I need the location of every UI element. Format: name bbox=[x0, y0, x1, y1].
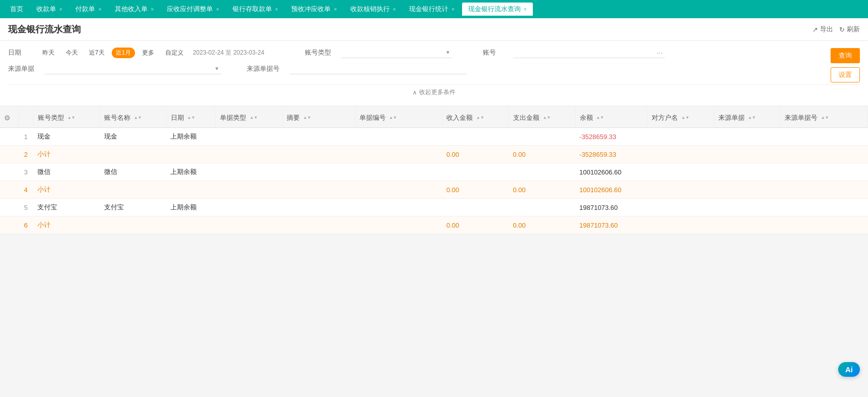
nav-bank-deposit-close[interactable]: × bbox=[275, 6, 278, 12]
row-balance-5: 19871073.60 bbox=[575, 216, 648, 234]
refresh-icon: ↻ bbox=[839, 26, 845, 33]
date-yesterday[interactable]: 昨天 bbox=[38, 48, 59, 58]
col-doc-no-sort[interactable]: ▲▼ bbox=[389, 116, 397, 120]
nav-home[interactable]: 首页 bbox=[4, 3, 29, 16]
col-income-sort[interactable]: ▲▼ bbox=[476, 116, 484, 120]
nav-collection-exec-close[interactable]: × bbox=[393, 6, 396, 12]
nav-other-income[interactable]: 其他收入单 × bbox=[109, 3, 160, 16]
table-row: 5 支付宝 支付宝 上期余额 19871073.60 bbox=[0, 199, 868, 216]
row-summary-1 bbox=[283, 146, 355, 163]
col-date[interactable]: 日期 ▲▼ bbox=[166, 108, 216, 128]
nav-cash-bank-stats-close[interactable]: × bbox=[451, 6, 454, 12]
settings-button[interactable]: 设置 bbox=[831, 67, 860, 82]
account-input[interactable] bbox=[513, 47, 665, 58]
col-doc-type-sort[interactable]: ▲▼ bbox=[250, 116, 258, 120]
column-settings-icon[interactable]: ⚙ bbox=[4, 114, 11, 122]
row-account-name-5 bbox=[100, 216, 167, 234]
date-more[interactable]: 更多 bbox=[138, 48, 158, 58]
row-account-name-4: 支付宝 bbox=[100, 199, 167, 216]
row-income-0 bbox=[442, 128, 509, 146]
nav-receipt[interactable]: 收款单 × bbox=[30, 3, 68, 16]
header-actions: ↗ 导出 ↻ 刷新 bbox=[812, 25, 860, 34]
col-source-doc-no[interactable]: 来源单据号 ▲▼ bbox=[781, 108, 868, 128]
col-source-doc-sort[interactable]: ▲▼ bbox=[748, 116, 756, 120]
collapse-button[interactable]: ∧ 收起更多条件 bbox=[8, 84, 860, 100]
source-doc-no-input[interactable] bbox=[290, 63, 467, 74]
row-income-5: 0.00 bbox=[442, 216, 509, 234]
col-balance-sort[interactable]: ▲▼ bbox=[596, 116, 604, 120]
row-num-1: 2 bbox=[18, 146, 33, 163]
date-range-display: 2023-02-24 至 2023-03-24 bbox=[193, 49, 264, 57]
source-doc-select-wrapper[interactable]: ▼ bbox=[44, 63, 221, 74]
row-source-doc-1 bbox=[714, 146, 781, 163]
col-doc-no[interactable]: 单据编号 ▲▼ bbox=[355, 108, 442, 128]
col-counterparty-sort[interactable]: ▲▼ bbox=[681, 116, 690, 120]
col-source-doc-no-sort[interactable]: ▲▼ bbox=[821, 116, 829, 120]
col-account-name-sort[interactable]: ▲▼ bbox=[134, 116, 142, 120]
account-type-input[interactable] bbox=[341, 47, 452, 58]
row-summary-3 bbox=[283, 181, 355, 199]
nav-payment-close[interactable]: × bbox=[98, 6, 101, 12]
col-income[interactable]: 收入金额 ▲▼ bbox=[442, 108, 509, 128]
row-doc-type-4 bbox=[216, 199, 283, 216]
col-counterparty[interactable]: 对方户名 ▲▼ bbox=[648, 108, 714, 128]
source-doc-no-wrapper[interactable] bbox=[290, 63, 467, 74]
nav-cash-bank-stats[interactable]: 现金银行统计 × bbox=[403, 3, 461, 16]
row-income-4 bbox=[442, 199, 509, 216]
row-settings-0 bbox=[0, 128, 18, 146]
row-account-name-3 bbox=[100, 181, 167, 199]
filter-left: 日期 昨天 今天 近7天 近1月 更多 自定义 2023-02-24 至 202… bbox=[8, 47, 823, 74]
date-custom[interactable]: 自定义 bbox=[161, 48, 188, 58]
nav-cash-bank-flow[interactable]: 现金银行流水查询 × bbox=[462, 3, 533, 16]
row-doc-type-1 bbox=[216, 146, 283, 163]
row-num-3: 4 bbox=[18, 181, 33, 199]
col-source-doc[interactable]: 来源单据 ▲▼ bbox=[714, 108, 781, 128]
account-more-icon[interactable]: ··· bbox=[657, 49, 663, 57]
source-doc-input[interactable] bbox=[44, 63, 221, 74]
row-balance-0: -3528659.33 bbox=[575, 128, 648, 146]
nav-collection-exec[interactable]: 收款核销执行 × bbox=[344, 3, 402, 16]
account-input-wrapper[interactable]: ··· bbox=[513, 47, 665, 58]
row-date-5 bbox=[166, 216, 216, 234]
date-today[interactable]: 今天 bbox=[62, 48, 82, 58]
table-row: 3 微信 微信 上期余额 100102606.60 bbox=[0, 163, 868, 181]
col-balance[interactable]: 余额 ▲▼ bbox=[575, 108, 648, 128]
col-summary[interactable]: 摘要 ▲▼ bbox=[283, 108, 355, 128]
nav-receipt-close[interactable]: × bbox=[59, 6, 62, 12]
table-row: 1 现金 现金 上期余额 -3528659.33 bbox=[0, 128, 868, 146]
nav-ap-ar-close[interactable]: × bbox=[216, 6, 219, 12]
nav-advance-offset-close[interactable]: × bbox=[334, 6, 337, 12]
refresh-button[interactable]: ↻ 刷新 bbox=[839, 25, 860, 34]
col-expense[interactable]: 支出金额 ▲▼ bbox=[509, 108, 576, 128]
table-row: 2 小计 0.00 0.00 -3528659.33 bbox=[0, 146, 868, 163]
col-account-type[interactable]: 账号类型 ▲▼ bbox=[33, 108, 100, 128]
col-doc-type[interactable]: 单据类型 ▲▼ bbox=[216, 108, 283, 128]
row-num-5: 6 bbox=[18, 216, 33, 234]
date-last1m[interactable]: 近1月 bbox=[112, 48, 135, 58]
row-settings-4 bbox=[0, 199, 18, 216]
col-summary-sort[interactable]: ▲▼ bbox=[303, 116, 311, 120]
row-settings-3 bbox=[0, 181, 18, 199]
row-source-doc-no-0 bbox=[781, 128, 868, 146]
nav-payment[interactable]: 付款单 × bbox=[69, 3, 107, 16]
filter-top-row: 日期 昨天 今天 近7天 近1月 更多 自定义 2023-02-24 至 202… bbox=[8, 47, 860, 82]
filter-row-2: 来源单据 ▼ 来源单据号 bbox=[8, 63, 823, 74]
query-button[interactable]: 查询 bbox=[831, 48, 860, 63]
col-expense-sort[interactable]: ▲▼ bbox=[543, 116, 551, 120]
account-type-select-wrapper[interactable]: ▼ bbox=[341, 47, 452, 58]
data-table: ⚙ 账号类型 ▲▼ 账号名称 ▲▼ 日期 ▲▼ 单据类型 ▲▼ bbox=[0, 108, 868, 234]
col-date-sort[interactable]: ▲▼ bbox=[187, 116, 195, 120]
col-account-type-sort[interactable]: ▲▼ bbox=[67, 116, 75, 120]
nav-ap-ar-adjust[interactable]: 应收应付调整单 × bbox=[161, 3, 225, 16]
export-button[interactable]: ↗ 导出 bbox=[812, 25, 833, 34]
row-account-type-5: 小计 bbox=[33, 216, 100, 234]
date-last7[interactable]: 近7天 bbox=[85, 48, 109, 58]
row-source-doc-3 bbox=[714, 181, 781, 199]
nav-other-income-close[interactable]: × bbox=[151, 6, 154, 12]
nav-advance-offset[interactable]: 预收冲应收单 × bbox=[285, 3, 343, 16]
nav-cash-bank-flow-close[interactable]: × bbox=[524, 6, 527, 12]
row-doc-no-1 bbox=[355, 146, 442, 163]
nav-bank-deposit[interactable]: 银行存取款单 × bbox=[226, 3, 284, 16]
row-summary-2 bbox=[283, 163, 355, 181]
col-account-name[interactable]: 账号名称 ▲▼ bbox=[100, 108, 167, 128]
